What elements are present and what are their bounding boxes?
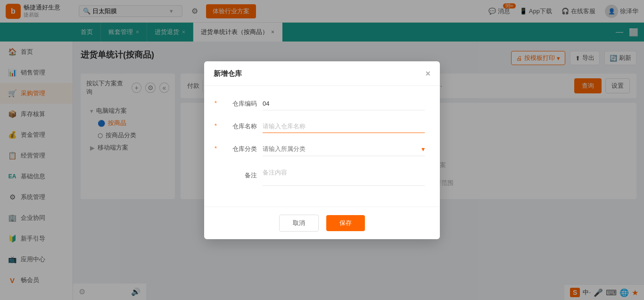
note-textarea[interactable] xyxy=(263,166,425,186)
dialog-close-button[interactable]: × xyxy=(425,69,430,79)
cancel-button[interactable]: 取消 xyxy=(279,215,319,232)
category-dropdown-icon: ▾ xyxy=(421,145,425,153)
warehouse-category-label: 仓库分类 xyxy=(219,145,257,153)
dialog-title: 新增仓库 xyxy=(214,69,242,78)
form-row-note: 备注 xyxy=(219,166,425,186)
warehouse-category-select[interactable]: ▾ xyxy=(263,142,425,156)
note-label: 备注 xyxy=(219,171,257,180)
warehouse-category-input[interactable] xyxy=(263,145,421,152)
warehouse-code-input[interactable] xyxy=(263,97,425,110)
dialog-body: 仓库编码 仓库名称 仓库分类 ▾ 备注 xyxy=(204,86,440,207)
form-row-warehouse-code: 仓库编码 xyxy=(219,97,425,110)
form-row-warehouse-name: 仓库名称 xyxy=(219,120,425,133)
warehouse-name-label: 仓库名称 xyxy=(219,122,257,131)
warehouse-code-label: 仓库编码 xyxy=(219,100,257,108)
form-row-warehouse-category: 仓库分类 ▾ xyxy=(219,142,425,156)
dialog-footer: 取消 保存 xyxy=(204,207,440,239)
warehouse-name-input[interactable] xyxy=(263,120,425,133)
modal-overlay: 新增仓库 × 仓库编码 仓库名称 仓库分类 ▾ xyxy=(0,0,644,300)
dialog-header: 新增仓库 × xyxy=(204,61,440,86)
new-warehouse-dialog: 新增仓库 × 仓库编码 仓库名称 仓库分类 ▾ xyxy=(204,61,440,239)
save-button[interactable]: 保存 xyxy=(326,215,365,231)
